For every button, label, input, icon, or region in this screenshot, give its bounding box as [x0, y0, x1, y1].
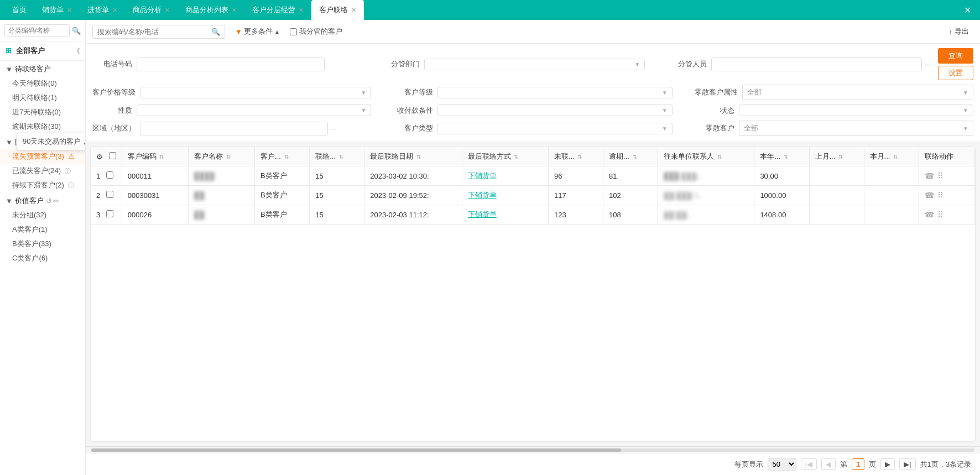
- sort-icon[interactable]: ⇅: [784, 154, 788, 160]
- filter-area-input[interactable]: [140, 122, 328, 135]
- search-icon[interactable]: 🔍: [211, 28, 220, 36]
- close-icon[interactable]: ✕: [165, 7, 170, 14]
- gear-icon[interactable]: ⚙: [96, 153, 103, 161]
- filter-customer-level-select[interactable]: ▼: [437, 87, 672, 98]
- window-close-button[interactable]: ✕: [960, 3, 976, 18]
- sort-icon[interactable]: ⇅: [717, 154, 722, 160]
- sidebar-item-class-b[interactable]: B类客户(33): [0, 237, 85, 251]
- filter-zero-retail-attr-select[interactable]: 全部 ▼: [742, 85, 973, 100]
- contact-method-link[interactable]: 下销货单: [468, 171, 497, 180]
- close-icon[interactable]: ✕: [351, 7, 356, 14]
- td-name: ████: [188, 166, 254, 186]
- more-action-icon[interactable]: ⠿: [937, 171, 943, 180]
- sort-icon[interactable]: ⇅: [416, 154, 421, 160]
- tab-product-analysis-list[interactable]: 商品分析列表 ✕: [178, 0, 244, 20]
- more-action-icon[interactable]: ⠿: [937, 191, 943, 200]
- row-seq: 3: [96, 211, 100, 219]
- sort-icon[interactable]: ⇅: [284, 154, 289, 160]
- row-checkbox[interactable]: [106, 171, 113, 179]
- tab-sales[interactable]: 销货单 ✕: [34, 0, 80, 20]
- sidebar-group-value[interactable]: ▼ 价值客户 ↺ ✏: [0, 192, 85, 208]
- tab-customer-tier[interactable]: 客户分层经营 ✕: [244, 0, 311, 20]
- sidebar-group-pending[interactable]: ▼ 待联络客户: [0, 61, 85, 76]
- close-icon[interactable]: ✕: [299, 7, 304, 14]
- contact-icon[interactable]: ☎: [925, 191, 934, 200]
- refresh-icon[interactable]: ↺: [46, 197, 52, 205]
- filter-zero-retail-select[interactable]: 全部 ▼: [739, 121, 973, 136]
- filter-payment-select[interactable]: ▼: [437, 105, 672, 116]
- horizontal-scrollbar[interactable]: [86, 446, 980, 453]
- sort-icon[interactable]: ⇅: [577, 154, 582, 160]
- collapse-icon[interactable]: 《: [74, 47, 80, 55]
- filter-dept-select[interactable]: ▼: [424, 59, 645, 70]
- sort-icon[interactable]: ⇅: [633, 154, 637, 160]
- filter-person-input[interactable]: [711, 58, 922, 71]
- th-last-method: 最后联络方式 ⇅: [462, 147, 548, 166]
- td-last-method: 下销货单: [462, 186, 548, 205]
- per-page-select[interactable]: 50 100 200: [768, 458, 796, 471]
- sidebar-search-input[interactable]: [4, 24, 70, 36]
- sidebar-item-declining[interactable]: 持续下滑客户(2) ⓘ: [0, 178, 85, 192]
- edit-icon[interactable]: ✏: [53, 197, 59, 205]
- contact-method-link[interactable]: 下销货单: [468, 210, 497, 218]
- row-checkbox[interactable]: [106, 210, 113, 217]
- sidebar-item-ungrouped[interactable]: 未分组(32): [0, 208, 85, 222]
- td-last-month: [809, 166, 864, 186]
- first-page-button[interactable]: |◀: [801, 458, 817, 470]
- sort-icon[interactable]: ⇅: [339, 154, 343, 160]
- sidebar-item-churn-warning[interactable]: 流失预警客户(3) ⚠: [0, 149, 85, 164]
- sidebar-item-overdue-contact[interactable]: 逾期未联络(30): [0, 119, 85, 134]
- close-icon[interactable]: ✕: [112, 7, 117, 14]
- sort-icon[interactable]: ⇅: [159, 154, 164, 160]
- settings-button[interactable]: 设置: [938, 66, 973, 80]
- chevron-down-icon: ▼: [963, 90, 968, 96]
- sidebar-item-class-a[interactable]: A类客户(1): [0, 222, 85, 237]
- td-last-method: 下销货单: [462, 205, 548, 225]
- contact-method-link[interactable]: 下销货单: [468, 191, 497, 199]
- sidebar-item-churned[interactable]: 已流失客户(24) ⓘ: [0, 164, 85, 178]
- sort-icon[interactable]: ⇅: [838, 154, 843, 160]
- my-customers-check-input[interactable]: [290, 28, 297, 35]
- filter-status-select[interactable]: ▼: [739, 105, 973, 116]
- query-button[interactable]: 查询: [938, 48, 973, 64]
- next-page-button[interactable]: ▶: [880, 458, 895, 470]
- close-icon[interactable]: ✕: [67, 7, 72, 14]
- sort-icon[interactable]: ⇅: [514, 154, 518, 160]
- th-type: 客户... ⇅: [255, 147, 310, 166]
- sidebar-item-today-pending[interactable]: 今天待联络(0): [0, 76, 85, 91]
- more-filter-button[interactable]: ▼ 更多条件 ▲: [231, 24, 284, 39]
- my-customers-checkbox[interactable]: 我分管的客户: [290, 27, 342, 36]
- chevron-down-icon: ▼: [634, 61, 640, 67]
- more-action-icon[interactable]: ⠿: [937, 210, 943, 219]
- sidebar-item-tomorrow-pending[interactable]: 明天待联络(1): [0, 91, 85, 105]
- export-button[interactable]: ↑ 导出: [945, 24, 974, 39]
- tab-home[interactable]: 首页: [4, 0, 34, 20]
- td-last-month: [809, 186, 864, 205]
- chevron-down-icon: ▼: [361, 107, 366, 113]
- row-checkbox[interactable]: [106, 191, 113, 198]
- tab-purchase[interactable]: 进货单 ✕: [80, 0, 125, 20]
- search-input[interactable]: [97, 28, 209, 36]
- filter-nature-select[interactable]: ▼: [137, 105, 371, 116]
- filter-phone-input[interactable]: [137, 58, 325, 71]
- sort-icon[interactable]: ⇅: [893, 154, 898, 160]
- sidebar-item-class-c[interactable]: C类客户(6): [0, 251, 85, 265]
- sidebar-search-icon[interactable]: 🔍: [72, 27, 81, 35]
- info-icon: ⓘ: [65, 168, 71, 174]
- contact-icon[interactable]: ☎: [925, 171, 934, 180]
- scrollbar-thumb[interactable]: [91, 448, 621, 452]
- sidebar-all-customers[interactable]: ⊞ 全部客户 《: [0, 41, 85, 61]
- sort-icon[interactable]: ⇅: [226, 154, 231, 160]
- contact-icon[interactable]: ☎: [925, 210, 934, 219]
- more-options-icon[interactable]: ···: [922, 60, 932, 69]
- close-icon[interactable]: ✕: [232, 7, 237, 14]
- tab-product-analysis[interactable]: 商品分析 ✕: [125, 0, 178, 20]
- last-page-button[interactable]: ▶|: [899, 458, 915, 470]
- filter-price-level-select[interactable]: ▼: [140, 87, 371, 98]
- sidebar-item-week-pending[interactable]: 近7天待联络(0): [0, 105, 85, 119]
- tab-customer-contact[interactable]: 客户联络 ✕: [311, 0, 364, 20]
- select-all-checkbox[interactable]: [109, 152, 116, 159]
- filter-customer-type-select[interactable]: ▼: [437, 123, 672, 134]
- prev-page-button[interactable]: ◀: [821, 458, 836, 470]
- area-more-icon[interactable]: ···: [328, 124, 338, 133]
